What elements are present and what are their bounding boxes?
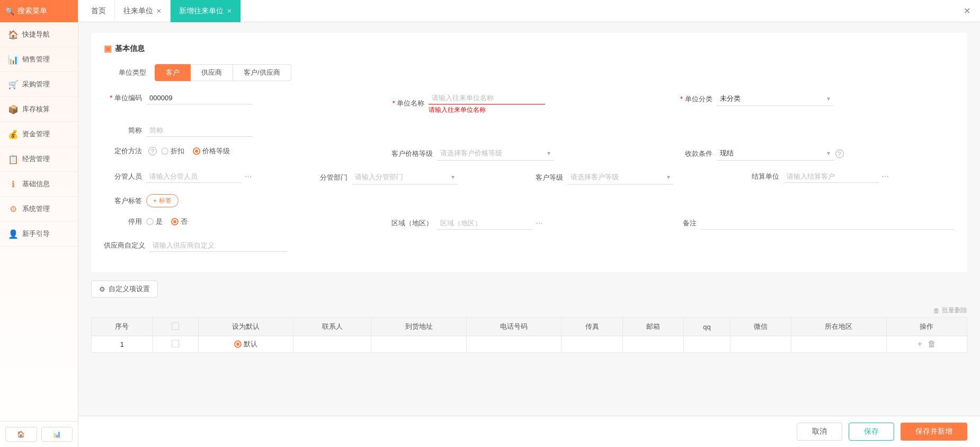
sidebar-item-operations[interactable]: 📋 经营管理 [0,147,78,172]
col-action: 操作 [886,318,967,336]
customer-level-label: 客户等级 [536,173,567,182]
sidebar-item-basics[interactable]: ℹ 基础信息 [0,172,78,197]
region-label: 区域（地区） [391,218,437,228]
col-qq: qq [684,318,730,336]
remark-input[interactable] [701,217,955,230]
operations-icon: 📋 [8,154,18,164]
custom-settings-btn[interactable]: ⚙ 自定义项设置 [91,281,158,297]
tab-bar: 首页 往来单位 ✕ 新增往来单位 ✕ ✕ [78,0,980,22]
region-dots[interactable]: ··· [536,218,542,228]
tab-home-label: 首页 [91,6,106,16]
unit-code-input[interactable] [146,92,252,104]
unit-type-btn-both[interactable]: 客户/供应商 [233,64,291,81]
field-unit-name: 单位名称 请输入往来单位名称 [391,92,666,115]
cell-email [622,336,684,353]
sidebar-item-guide[interactable]: 👤 新手引导 [0,222,78,247]
form-row-3: 定价方法 ? 折扣 价格等级 客户价格等级 [104,146,955,161]
batch-delete-btn[interactable]: 🗑 批量删除 [91,306,967,315]
row-checkbox[interactable] [172,340,179,347]
cell-contact [293,336,371,353]
disabled-radio-yes[interactable]: 是 [146,217,163,226]
disabled-label: 停用 [104,217,146,226]
settlement-dots[interactable]: ··· [882,172,889,181]
field-manager: 分管人员 ··· [104,170,307,183]
tab-bar-close-all[interactable]: ✕ [958,6,976,16]
cell-address [371,336,466,353]
settlement-input[interactable] [783,170,879,183]
pricing-help-icon[interactable]: ? [148,147,157,155]
payment-terms-help-icon[interactable]: ? [835,150,844,158]
search-menu-btn[interactable]: 🔍 搜索菜单 [0,0,78,22]
section-icon: ▣ [104,43,112,54]
field-dept: 分管部门 请输入分管部门 ▾ [320,170,523,185]
unit-type-btn-customer[interactable]: 客户 [155,64,191,81]
dept-label: 分管部门 [320,173,352,182]
disabled-radio-yes-circle [146,218,154,225]
custom-settings-label: 自定义项设置 [109,284,150,294]
sidebar-item-label: 库存核算 [22,104,50,114]
tab-home[interactable]: 首页 [83,0,115,22]
region-input[interactable] [437,217,532,230]
sidebar-item-inventory[interactable]: 📦 库存核算 [0,97,78,122]
select-all-checkbox[interactable] [172,322,179,330]
customer-price-placeholder: 请选择客户价格等级 [440,148,545,158]
manager-input[interactable] [146,170,242,183]
customer-price-select[interactable]: 请选择客户价格等级 ▾ [437,146,554,161]
contact-table: 序号 设为默认 联系人 到货地址 电话号码 传真 邮箱 qq 微信 所在地区 操… [91,317,967,353]
row-default-radio[interactable]: 默认 [204,339,288,349]
customer-level-select[interactable]: 请选择客户等级 ▾ [567,170,673,185]
sidebar-item-finance[interactable]: 💰 资金管理 [0,122,78,147]
supplier-custom-input[interactable] [149,239,287,252]
customer-price-label: 客户价格等级 [391,149,437,159]
payment-terms-select[interactable]: 现结 ▾ [717,146,833,161]
save-new-button[interactable]: 保存并新增 [901,423,967,441]
tab-new-partner-close[interactable]: ✕ [227,7,232,15]
sidebar-item-label: 新手引导 [22,229,50,239]
unit-name-input[interactable] [429,92,545,104]
abbr-input[interactable] [146,124,252,137]
pricing-radio-group: 折扣 价格等级 [161,146,379,156]
tags-label: 客户标签 [104,196,146,206]
guide-icon: 👤 [8,229,18,239]
sidebar-item-quicknav[interactable]: 🏠 快捷导航 [0,22,78,47]
sidebar-item-sales[interactable]: 📊 销售管理 [0,47,78,72]
save-button[interactable]: 保存 [849,423,894,441]
tag-add-btn[interactable]: + 标签 [146,194,179,207]
sidebar-item-system[interactable]: ⚙ 系统管理 [0,197,78,222]
field-unit-code: 单位编码 [104,92,379,104]
main-content: 首页 往来单位 ✕ 新增往来单位 ✕ ✕ ▣ 基本信息 单位类型 客户 供应商 … [78,0,980,447]
purchase-icon: 🛒 [8,80,18,89]
tab-trading-partners-close[interactable]: ✕ [156,7,162,15]
sales-icon: 📊 [8,55,18,64]
col-checkbox [153,318,198,336]
unit-category-select[interactable]: 未分类 ▾ [717,92,833,106]
manager-dots[interactable]: ··· [245,172,252,181]
sidebar-bottom-btn-2[interactable]: 📊 [41,427,73,442]
tab-new-partner[interactable]: 新增往来单位 ✕ [171,0,241,22]
unit-type-btn-supplier[interactable]: 供应商 [191,64,233,81]
field-settlement: 结算单位 ··· [752,170,955,183]
cancel-button[interactable]: 取消 [797,423,842,441]
row-del-btn[interactable]: 🗑 [926,339,938,348]
sidebar-item-purchase[interactable]: 🛒 采购管理 [0,72,78,97]
tag-add-plus: + [153,197,157,205]
table-row: 1 默认 [92,336,967,353]
sidebar-bottom-btn-1[interactable]: 🏠 [5,427,37,442]
cell-no: 1 [92,336,153,353]
col-phone: 电话号码 [466,318,561,336]
disabled-radio-no[interactable]: 否 [171,217,188,226]
dept-select[interactable]: 请输入分管部门 ▾ [352,170,458,185]
row-add-btn[interactable]: + [916,339,924,348]
sidebar: 🔍 搜索菜单 🏠 快捷导航 📊 销售管理 🛒 采购管理 📦 库存核算 💰 资金管… [0,0,78,447]
cell-default: 默认 [198,336,293,353]
pricing-radio-level[interactable]: 价格等级 [193,146,230,156]
pricing-radio-discount[interactable]: 折扣 [161,146,184,156]
tab-trading-partners[interactable]: 往来单位 ✕ [115,0,171,22]
customer-level-placeholder: 请选择客户等级 [571,172,665,182]
col-region: 所在地区 [791,318,886,336]
dept-placeholder: 请输入分管部门 [355,172,449,182]
field-remark: 备注 [680,217,955,230]
field-pricing: 定价方法 ? 折扣 价格等级 [104,146,379,156]
field-region: 区域（地区） ··· [391,217,666,230]
sidebar-item-label: 基础信息 [22,179,50,189]
